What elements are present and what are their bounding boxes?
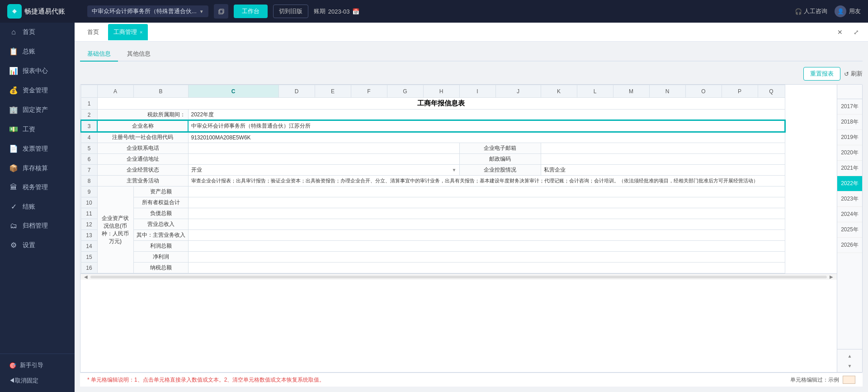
sidebar-label-fund: 资金管理 [23, 86, 48, 95]
sidebar-item-salary[interactable]: 💵工资 [0, 120, 75, 139]
sidebar-item-unpin[interactable]: ◀取消固定 [0, 373, 75, 388]
year-item-2023[interactable]: 2023年 [837, 191, 862, 207]
toolbar: 重置报表 ↺ 刷新 [80, 67, 863, 81]
year-item-2025[interactable]: 2025年 [837, 222, 862, 238]
col-header-P: P [722, 85, 758, 98]
tab-bar-right: ✕ ⤢ [834, 26, 863, 38]
sidebar-item-report[interactable]: 📊报表中心 [0, 61, 75, 81]
year-item-2022[interactable]: 2022年 [837, 176, 862, 191]
year-item-2020[interactable]: 2020年 [837, 145, 862, 161]
calendar-icon[interactable]: 📅 [352, 8, 359, 15]
sidebar-item-ledger[interactable]: 📋总账 [0, 42, 75, 61]
sidebar-bottom: 🎯 新手引导 ◀取消固定 [0, 354, 75, 392]
col-header-H: H [423, 85, 459, 98]
sidebar-item-new-guide[interactable]: 🎯 新手引导 [0, 358, 75, 373]
sidebar-scroll: ⌂首页📋总账📊报表中心💰资金管理🏢固定资产💵工资📄发票管理📦库存核算🏛税务管理✓… [0, 23, 75, 354]
support-button[interactable]: 🎧 人工咨询 [795, 7, 827, 15]
row9-value[interactable] [188, 186, 785, 197]
tax-icon: 🏛 [9, 183, 18, 191]
expand-icon[interactable]: ⤢ [850, 26, 863, 38]
tab-other-info[interactable]: 其他信息 [120, 47, 158, 62]
hscroll-right-arrow[interactable]: ▶ [828, 274, 835, 279]
table-row: 14 利润总额 [81, 241, 785, 252]
row-num-5: 5 [81, 143, 97, 154]
stock-icon: 📦 [9, 164, 18, 172]
hscroll-track[interactable] [90, 276, 827, 278]
title-cell[interactable]: 工商年报信息表 [97, 98, 785, 110]
svg-rect-2 [220, 9, 224, 13]
row3-value[interactable]: 中审众环会计师事务所（特殊普通合伙）江苏分所 [188, 120, 785, 132]
company-name: 中审众环会计师事务所（特殊普通合伙... [92, 7, 197, 15]
spreadsheet-inner[interactable]: A B C D E F G H I J K L [80, 85, 837, 372]
col-header-G: G [387, 85, 423, 98]
year-item-2019[interactable]: 2019年 [837, 130, 862, 145]
row2-label: 税款所属期间： [97, 110, 188, 121]
table-row: 5 企业联系电话 企业电子邮箱 [81, 143, 785, 154]
row10-value[interactable] [188, 197, 785, 208]
year-scroll-up[interactable]: ▲ [843, 351, 857, 360]
row6-value2[interactable] [541, 154, 785, 165]
reset-report-button[interactable]: 重置报表 [803, 67, 840, 81]
sidebar-item-fund[interactable]: 💰资金管理 [0, 81, 75, 100]
year-scroll-down[interactable]: ▼ [843, 361, 857, 370]
row11-value[interactable] [188, 208, 785, 219]
company-selector[interactable]: 中审众环会计师事务所（特殊普通合伙... ▼ [87, 5, 208, 17]
old-version-button[interactable]: 切到旧版 [273, 5, 308, 18]
tab-gongshang[interactable]: 工商管理 × [108, 24, 148, 40]
row5-value2[interactable] [541, 143, 785, 154]
horizontal-scrollbar[interactable]: ◀ ▶ [80, 273, 837, 280]
sample-cell [843, 376, 855, 384]
sidebar-item-close[interactable]: ✓结账 [0, 197, 75, 216]
sidebar-item-assets[interactable]: 🏢固定资产 [0, 100, 75, 120]
refresh-button[interactable]: ↺ 刷新 [844, 70, 863, 78]
row5-label2: 企业电子邮箱 [459, 143, 541, 154]
table-row: 2 税款所属期间： 2022年度 [81, 110, 785, 121]
main-content: 首页 工商管理 × ✕ ⤢ 基础信息 其他信息 重置报表 ↺ 刷新 [75, 23, 868, 392]
row5-value[interactable] [188, 143, 459, 154]
year-item-2018[interactable]: 2018年 [837, 115, 862, 130]
close-window-icon[interactable]: ✕ [834, 26, 846, 38]
row2-value[interactable]: 2022年度 [188, 110, 785, 121]
table-row: 15 净利润 [81, 252, 785, 263]
row14-value[interactable] [188, 241, 785, 252]
sub-tabs: 基础信息 其他信息 [80, 47, 863, 62]
row6-value[interactable] [188, 154, 459, 165]
row-num-4: 4 [81, 132, 97, 143]
salary-icon: 💵 [9, 125, 18, 134]
row12-value[interactable] [188, 219, 785, 230]
year-item-2026[interactable]: 2026年 [837, 238, 862, 253]
col-header-J: J [495, 85, 541, 98]
sidebar-item-settings[interactable]: ⚙设置 [0, 235, 75, 255]
tab-close-icon[interactable]: × [140, 29, 142, 35]
table-row: 10 所有者权益合计 [81, 197, 785, 208]
row-num-7: 7 [81, 165, 97, 176]
row13-value[interactable] [188, 230, 785, 241]
row15-value[interactable] [188, 252, 785, 263]
row4-value[interactable]: 91320100MA208E5W6K [188, 132, 785, 143]
tab-basic-info[interactable]: 基础信息 [80, 47, 118, 62]
sidebar-item-stock[interactable]: 📦库存核算 [0, 158, 75, 178]
tab-home[interactable]: 首页 [80, 23, 106, 42]
copy-icon[interactable] [214, 4, 228, 19]
sidebar-item-home[interactable]: ⌂首页 [0, 23, 75, 42]
sidebar-label-invoice: 发票管理 [23, 145, 48, 153]
row10-label: 所有者权益合计 [133, 197, 188, 208]
hscroll-left-arrow[interactable]: ◀ [82, 274, 90, 279]
year-item-2024[interactable]: 2024年 [837, 207, 862, 222]
sidebar-item-archive[interactable]: 🗂归档管理 [0, 216, 75, 235]
year-item-2021[interactable]: 2021年 [837, 161, 862, 176]
row16-value[interactable] [188, 263, 785, 273]
sidebar-label-settings: 设置 [23, 241, 35, 249]
workbench-button[interactable]: 工作台 [234, 5, 268, 18]
row4-label: 注册号/统一社会信用代码 [97, 132, 188, 143]
row8-value[interactable]: 审查企业会计报表；出具审计报告；验证企业资本；出具验资报告；办理企业合开、分立、… [188, 176, 785, 186]
col-header-num [81, 85, 97, 98]
row7-value2[interactable]: 私营企业 [541, 165, 785, 176]
row7-dropdown[interactable]: 开业▼ [188, 165, 459, 176]
sidebar-item-invoice[interactable]: 📄发票管理 [0, 139, 75, 158]
row-num-15: 15 [81, 252, 97, 263]
sidebar-item-tax[interactable]: 🏛税务管理 [0, 178, 75, 197]
row-num-14: 14 [81, 241, 97, 252]
user-area[interactable]: 👤 用友 [835, 5, 861, 17]
year-item-2017[interactable]: 2017年 [837, 99, 862, 115]
